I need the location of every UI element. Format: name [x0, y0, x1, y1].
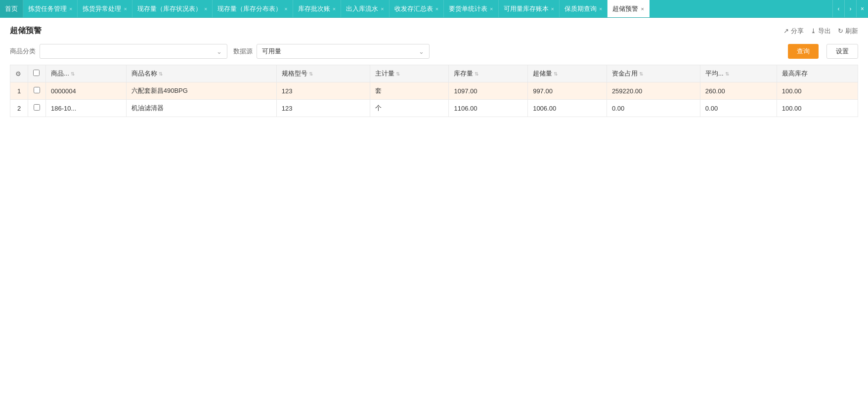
th-settings: ⚙ — [10, 65, 28, 82]
close-inventory-status-icon[interactable]: × — [204, 6, 207, 12]
datasource-select[interactable]: 可用量 ⌄ — [257, 44, 430, 59]
data-table: ⚙ 商品... ⇅ 商品名称 ⇅ — [10, 65, 858, 117]
close-pick-task-icon[interactable]: × — [69, 6, 72, 12]
page-title: 超储预警 — [10, 26, 42, 36]
cell-capital-1: 0.00 — [607, 100, 700, 117]
close-pick-exception-icon[interactable]: × — [124, 6, 127, 12]
refresh-button[interactable]: ↻ 刷新 — [838, 27, 858, 36]
filter-category: 商品分类 ⌄ — [10, 44, 227, 59]
cell-max-stock-1: 100.00 — [777, 100, 858, 117]
cell-sku-code-0: 0000004 — [46, 82, 127, 100]
table-row: 1 0000004 六配套新昌490BPG 123 套 1097.00 997.… — [10, 82, 858, 100]
sort-avg-icon: ⇅ — [725, 71, 729, 77]
settings-gear-icon[interactable]: ⚙ — [15, 70, 21, 78]
category-label: 商品分类 — [10, 47, 36, 56]
nav-pick-task[interactable]: 拣货任务管理 × — [23, 0, 78, 18]
cell-sku-name-0: 六配套新昌490BPG — [126, 82, 276, 100]
sort-sku-name-icon: ⇅ — [159, 71, 163, 77]
th-max-stock[interactable]: 最高库存 — [777, 65, 858, 82]
close-overstock-icon[interactable]: × — [641, 6, 644, 12]
sort-sku-code-icon: ⇅ — [71, 71, 75, 77]
datasource-arrow-icon: ⌄ — [419, 48, 424, 55]
th-unit[interactable]: 主计量 ⇅ — [370, 65, 449, 82]
header-actions: ↗ 分享 ⤓ 导出 ↻ 刷新 — [783, 27, 858, 36]
close-batch-account-icon[interactable]: × — [333, 6, 336, 12]
cell-over-qty-1: 1006.00 — [528, 100, 607, 117]
th-sku-code[interactable]: 商品... ⇅ — [46, 65, 127, 82]
cell-capital-0: 259220.00 — [607, 82, 700, 100]
cell-spec-1: 123 — [276, 100, 370, 117]
th-over-qty[interactable]: 超储量 ⇅ — [528, 65, 607, 82]
filter-section: 商品分类 ⌄ 数据源 可用量 ⌄ 查询 设置 — [10, 44, 858, 59]
row-checkbox-1[interactable] — [34, 104, 40, 111]
export-button[interactable]: ⤓ 导出 — [811, 27, 831, 36]
nav-arrows: ‹ › × — [832, 0, 868, 18]
settings-button[interactable]: 设置 — [826, 44, 858, 59]
query-button[interactable]: 查询 — [788, 44, 819, 59]
close-available-ledger-icon[interactable]: × — [551, 6, 554, 12]
nav-arrow-right[interactable]: › — [844, 0, 856, 18]
table-row: 2 186-10... 机油滤清器 123 个 1106.00 1006.00 … — [10, 100, 858, 117]
nav-overstock[interactable]: 超储预警 × — [608, 0, 649, 18]
filter-datasource: 数据源 可用量 ⌄ — [233, 44, 430, 59]
export-icon: ⤓ — [811, 27, 816, 35]
share-icon: ↗ — [783, 27, 789, 35]
cell-stock-qty-0: 1097.00 — [449, 82, 528, 100]
nav-inout-flow[interactable]: 出入库流水 × — [341, 0, 389, 18]
page-content: 超储预警 ↗ 分享 ⤓ 导出 ↻ 刷新 商品分类 ⌄ 数据源 — [0, 18, 868, 395]
th-sku-name[interactable]: 商品名称 ⇅ — [126, 65, 276, 82]
close-inventory-dist-icon[interactable]: × — [284, 6, 287, 12]
nav-batch-account[interactable]: 库存批次账 × — [293, 0, 341, 18]
sort-stock-qty-icon: ⇅ — [475, 71, 478, 77]
sort-spec-icon: ⇅ — [309, 71, 313, 77]
sort-capital-icon: ⇅ — [639, 71, 643, 77]
page-header: 超储预警 ↗ 分享 ⤓ 导出 ↻ 刷新 — [10, 26, 858, 36]
cell-over-qty-0: 997.00 — [528, 82, 607, 100]
close-demand-stat-icon[interactable]: × — [490, 6, 493, 12]
close-inout-flow-icon[interactable]: × — [381, 6, 384, 12]
th-avg[interactable]: 平均... ⇅ — [700, 65, 777, 82]
nav-arrow-close[interactable]: × — [856, 0, 868, 18]
share-button[interactable]: ↗ 分享 — [783, 27, 804, 36]
table-header-row: ⚙ 商品... ⇅ 商品名称 ⇅ — [10, 65, 858, 82]
cell-max-stock-0: 100.00 — [777, 82, 858, 100]
nav-arrow-left[interactable]: ‹ — [832, 0, 844, 18]
nav-shelf-life[interactable]: 保质期查询 × — [560, 0, 608, 18]
nav-summary[interactable]: 收发存汇总表 × — [390, 0, 444, 18]
top-nav: 首页 拣货任务管理 × 拣货异常处理 × 现存量（库存状况表） × 现存量（库存… — [0, 0, 868, 18]
row-checkbox-cell-1 — [28, 100, 46, 117]
nav-pick-exception[interactable]: 拣货异常处理 × — [78, 0, 132, 18]
cell-stock-qty-1: 1106.00 — [449, 100, 528, 117]
cell-avg-1: 0.00 — [700, 100, 777, 117]
row-num-1: 2 — [10, 100, 28, 117]
nav-demand-stat[interactable]: 要货单统计表 × — [444, 0, 498, 18]
th-stock-qty[interactable]: 库存量 ⇅ — [449, 65, 528, 82]
close-shelf-life-icon[interactable]: × — [599, 6, 602, 12]
row-checkbox-cell-0 — [28, 82, 46, 100]
select-all-checkbox[interactable] — [33, 70, 40, 76]
category-select[interactable]: ⌄ — [40, 44, 227, 59]
th-spec[interactable]: 规格型号 ⇅ — [276, 65, 370, 82]
cell-avg-0: 260.00 — [700, 82, 777, 100]
cell-sku-name-1: 机油滤清器 — [126, 100, 276, 117]
datasource-label: 数据源 — [233, 47, 253, 56]
sort-over-qty-icon: ⇅ — [554, 71, 558, 77]
nav-inventory-dist[interactable]: 现存量（库存分布表） × — [213, 0, 293, 18]
refresh-icon: ↻ — [838, 27, 843, 35]
nav-inventory-status[interactable]: 现存量（库存状况表） × — [132, 0, 213, 18]
th-checkbox — [28, 65, 46, 82]
cell-unit-0: 套 — [370, 82, 449, 100]
row-num-0: 1 — [10, 82, 28, 100]
datasource-value: 可用量 — [262, 47, 281, 56]
nav-home[interactable]: 首页 — [0, 0, 23, 18]
category-arrow-icon: ⌄ — [217, 48, 222, 55]
nav-available-ledger[interactable]: 可用量库存账本 × — [499, 0, 560, 18]
filter-right-btns: 查询 设置 — [788, 44, 858, 59]
cell-unit-1: 个 — [370, 100, 449, 117]
cell-sku-code-1: 186-10... — [46, 100, 127, 117]
sort-unit-icon: ⇅ — [396, 71, 400, 77]
cell-spec-0: 123 — [276, 82, 370, 100]
row-checkbox-0[interactable] — [34, 87, 40, 93]
close-summary-icon[interactable]: × — [435, 6, 438, 12]
th-capital[interactable]: 资金占用 ⇅ — [607, 65, 700, 82]
